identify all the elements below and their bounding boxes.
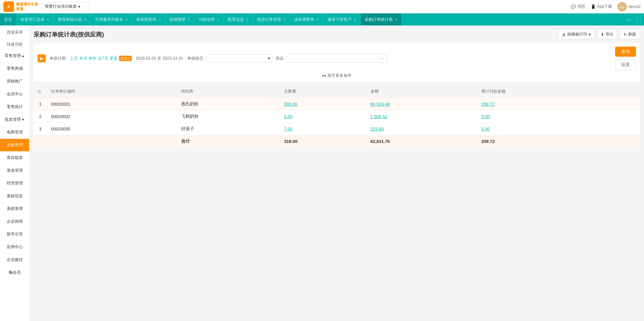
page-title: 采购订单统计表(按供应商): [34, 31, 104, 39]
top-bar-right: 💬 消息 📱 App下载 Ea demo2: [571, 2, 641, 11]
sidebar-item-ecommerce[interactable]: 电商管理: [0, 126, 29, 139]
close-icon[interactable]: ✕: [354, 18, 356, 21]
th-supplier: 供应商: [177, 85, 280, 98]
close-icon[interactable]: ✕: [283, 18, 286, 21]
chevron-down-icon: ▾: [589, 32, 591, 37]
sidebar-item-guide[interactable]: 新手引导: [0, 228, 29, 241]
td-summary-label: 合计: [177, 135, 280, 148]
td-paid[interactable]: 259.72: [477, 98, 607, 110]
td-seq: 3: [34, 123, 47, 135]
sidebar-item-enterprise[interactable]: 企业协同: [0, 215, 29, 228]
top-bar: 6 畅捷通好生意 标题 母婴行业演示账套 ▾ 💬 消息 📱 App下载 Ea d…: [0, 0, 644, 13]
shortcut-more[interactable]: 更多: [110, 56, 118, 61]
sidebar-item-member[interactable]: 会员中心: [0, 88, 29, 101]
tab-home[interactable]: 首页: [0, 13, 16, 25]
sidebar-item-basic-info[interactable]: 基础信息: [0, 190, 29, 203]
app-download-action[interactable]: 📱 App下载: [591, 4, 612, 9]
tab-summary[interactable]: 收发存汇总表 ✕: [16, 13, 54, 25]
minimize-button[interactable]: —: [624, 13, 634, 25]
query-button[interactable]: 查询: [615, 47, 636, 57]
td-seq: 1: [34, 98, 47, 110]
td-code: 00020002: [47, 110, 177, 123]
goods-label: 商品: [276, 56, 284, 61]
close-icon[interactable]: ✕: [316, 18, 319, 21]
td-supplier: 惠氏奶粉: [177, 98, 280, 110]
search-menu-button[interactable]: 搜索菜单: [2, 28, 27, 37]
sidebar-item-wechat[interactable]: 企业微信: [0, 254, 29, 266]
settings-icon: ⚙: [38, 89, 41, 94]
td-quantity[interactable]: 6.00: [280, 110, 367, 123]
td-amount[interactable]: 1,586.52: [367, 110, 478, 123]
summary-row: 合计 316.00 62,631.76 259.72: [34, 135, 640, 148]
sidebar-item-app-center[interactable]: 应用中心: [0, 241, 29, 254]
td-amount[interactable]: 60,519.44: [367, 98, 478, 110]
td-paid[interactable]: 0.00: [477, 123, 607, 135]
goods-input[interactable]: ···: [286, 54, 387, 63]
message-action[interactable]: 💬 消息: [571, 4, 585, 9]
nav-tabs: 首页 收发存汇总表 ✕ 要货单统计表 ✕ 可用量库存账本 ✕ 保质期查询 ✕ 超…: [0, 13, 644, 25]
tab-purchase-stat[interactable]: 采购订单统计表 ✕: [361, 13, 402, 25]
tab-invite[interactable]: 邀请下游客户 ✕: [323, 13, 361, 25]
td-code-summary: [47, 135, 177, 148]
close-icon[interactable]: ✕: [47, 18, 49, 21]
logo-area: 6 畅捷通好生意 标题: [3, 1, 38, 12]
filter-toggle-button[interactable]: ▶: [38, 54, 46, 62]
chevron-down-icon: ▾▾: [322, 73, 326, 78]
td-supplier: 飞鹤奶粉: [177, 110, 280, 123]
content-area: 采购订单统计表(按供应商) 🖨 按模板打印 ▾ ⬇ 导出 ↻ 刷新: [30, 25, 644, 321]
close-icon[interactable]: ✕: [246, 18, 249, 21]
sidebar-item-inventory[interactable]: 库存核算: [0, 152, 29, 164]
export-button[interactable]: ⬇ 导出: [597, 30, 617, 39]
shortcut-this-month[interactable]: 本月: [79, 56, 87, 61]
sidebar-item-marketing[interactable]: 营销推广: [0, 75, 29, 88]
sidebar-item-retail-mall[interactable]: 零售商城: [0, 62, 29, 75]
td-paid[interactable]: 0.00: [477, 110, 607, 123]
tab-stock-book[interactable]: 可用量库存账本 ✕: [91, 13, 132, 25]
tab-overstock[interactable]: 超储预警 ✕: [165, 13, 195, 25]
tab-config[interactable]: 配置信息 ✕: [224, 13, 253, 25]
custom-badge: 自定义: [119, 56, 132, 61]
shortcut-last-month[interactable]: 上月: [70, 56, 78, 61]
sidebar-item-vip[interactable]: 畅会员: [0, 266, 29, 279]
tab-function-desc[interactable]: 功能说明 ✕: [195, 13, 224, 25]
td-seq: 2: [34, 110, 47, 123]
table-row: 3 00020005 好孩子 7.00 525.80 0.00: [34, 123, 640, 135]
close-icon[interactable]: ✕: [125, 18, 128, 21]
user-avatar[interactable]: Ea demo2: [618, 2, 641, 11]
print-button[interactable]: 🖨 按模板打印 ▾: [558, 30, 594, 39]
tab-expiry[interactable]: 保质期查询 ✕: [132, 13, 165, 25]
tab-pick-task[interactable]: 拣货任务管理 ✕: [253, 13, 290, 25]
sidebar-item-finance[interactable]: 资金管理: [0, 164, 29, 177]
th-settings[interactable]: ⚙: [34, 85, 47, 98]
td-quantity[interactable]: 303.00: [280, 98, 367, 110]
maximize-button[interactable]: ⛶: [634, 13, 644, 25]
sidebar-item-retail-stat[interactable]: 零售统计: [0, 101, 29, 113]
th-quantity: 主数量: [280, 85, 367, 98]
refresh-button[interactable]: ↻ 刷新: [620, 30, 640, 39]
data-table: ⚙ 往来单位编码 供应商 主数量 金额 累计付款金额 1 00020001: [34, 85, 640, 148]
tab-cost-adjust[interactable]: 成本调整单 ✕: [290, 13, 323, 25]
close-icon[interactable]: ✕: [217, 18, 219, 21]
th-code: 往来单位编码: [47, 85, 177, 98]
sidebar-item-system[interactable]: 系统管理: [0, 203, 29, 215]
close-icon[interactable]: ✕: [395, 18, 397, 21]
close-icon[interactable]: ✕: [187, 18, 190, 21]
expand-button[interactable]: ▾▾ 展开更多条件: [322, 73, 352, 78]
close-icon[interactable]: ✕: [84, 18, 87, 21]
shortcut-7days[interactable]: 近7天: [98, 56, 108, 61]
tab-order-stat[interactable]: 要货单统计表 ✕: [54, 13, 91, 25]
sidebar-item-retail-mgmt[interactable]: 零售管理 ▲: [0, 50, 29, 62]
page-actions: 🖨 按模板打印 ▾ ⬇ 导出 ↻ 刷新: [558, 30, 640, 39]
td-amount[interactable]: 525.80: [367, 123, 478, 135]
status-select[interactable]: ▾: [206, 54, 273, 62]
account-selector[interactable]: 母婴行业演示账套 ▾: [42, 2, 89, 11]
quick-nav-button[interactable]: 快捷导航: [0, 40, 29, 50]
settings-button[interactable]: 设置: [615, 59, 636, 70]
shortcut-this-year[interactable]: 本年: [89, 56, 97, 61]
sidebar-item-wholesale[interactable]: 批发管理 ▼: [0, 113, 29, 126]
sidebar-item-operations[interactable]: 经营管理: [0, 177, 29, 190]
table-row: 1 00020001 惠氏奶粉 303.00 60,519.44 259.72: [34, 98, 640, 110]
close-icon[interactable]: ✕: [158, 18, 161, 21]
td-quantity[interactable]: 7.00: [280, 123, 367, 135]
sidebar-item-purchase[interactable]: 采购管理: [0, 139, 29, 152]
